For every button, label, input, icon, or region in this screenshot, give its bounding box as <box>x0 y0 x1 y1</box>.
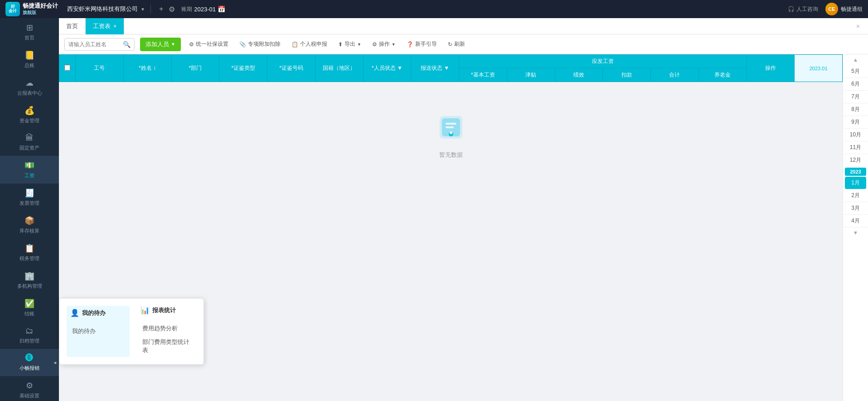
pension-header: 养老金 <box>698 68 747 82</box>
todo-section-icon: 👤 <box>70 309 79 317</box>
deduction-header: 扣款 <box>603 68 651 82</box>
tab-home[interactable]: 首页 <box>59 18 86 34</box>
salary-table: 工号 *姓名 ↕ *部门 *证鉴类型 *证鉴号码 国籍（地区） *人员状态 ▼ … <box>59 54 843 186</box>
sidebar-item-multi-org[interactable]: 🏢 多机构管理 <box>0 266 59 294</box>
empty-text: 暂无数据 <box>439 151 463 159</box>
add-person-button[interactable]: 添加人员 ▼ <box>140 38 181 51</box>
export-arrow-icon: ▼ <box>357 42 361 47</box>
date-scroll-down[interactable]: ▼ <box>843 227 868 238</box>
sidebar-item-fixed-assets[interactable]: 🏛 固定资产 <box>0 129 59 156</box>
sidebar-label-fund: 资金管理 <box>19 117 39 124</box>
date-item-8[interactable]: 8月 <box>843 103 868 116</box>
tab-salary-close[interactable]: × <box>113 23 116 29</box>
svg-rect-2 <box>446 123 456 125</box>
settlement-icon: ✅ <box>24 299 34 309</box>
top-right-area: 🎧 人工咨询 CE 畅捷通组 <box>788 3 863 15</box>
date-item-11[interactable]: 11月 <box>843 141 868 154</box>
export-action[interactable]: ⬆ 导出 ▼ <box>335 40 364 48</box>
xiaochang-icon: 🅖 <box>25 353 34 363</box>
id-header: 工号 <box>76 55 124 82</box>
social-insurance-icon: ⚙ <box>189 41 194 48</box>
date-scroll-up[interactable]: ▲ <box>843 54 868 65</box>
sidebar-item-salary[interactable]: 💵 工资 <box>0 156 59 184</box>
period-label: 账期 <box>181 5 192 13</box>
salary-group-header: 应发工资 <box>459 55 747 68</box>
operation-label: 操作 <box>379 40 390 48</box>
allowance-header: 津贴 <box>507 68 555 82</box>
special-deduction-action[interactable]: 📎 专项附加扣除 <box>237 40 283 48</box>
submenu-title-report: 📊 报表统计 <box>141 306 196 317</box>
add-btn-label: 添加人员 <box>145 40 169 48</box>
sidebar-item-cloud-report[interactable]: ☁ 云报表中心 <box>0 73 59 101</box>
submenu-item-dept-expense[interactable]: 部门费用类型统计表 <box>141 335 196 357</box>
sidebar-item-settlement[interactable]: ✅ 结账 <box>0 294 59 322</box>
operation-action[interactable]: ⚙ 操作 ▼ <box>369 40 398 48</box>
date-item-10[interactable]: 10月 <box>843 129 868 141</box>
logo-sub: 旗舰版 <box>23 10 58 16</box>
top-bar: 好会计 畅捷通好会计 旗舰版 西安虾米网络科技有限公司 ▼ + ⚙ 账期 202… <box>0 0 868 18</box>
sidebar-item-ledger[interactable]: 📒 总账 <box>0 46 59 73</box>
date-item-9[interactable]: 9月 <box>843 116 868 129</box>
date-item-7[interactable]: 7月 <box>843 91 868 103</box>
search-input[interactable] <box>68 41 123 48</box>
submenu-item-expense-trend[interactable]: 费用趋势分析 <box>141 322 196 335</box>
select-all-checkbox[interactable] <box>64 65 70 71</box>
company-selector[interactable]: 西安虾米网络科技有限公司 ▼ <box>67 5 145 13</box>
date-item-6[interactable]: 6月 <box>843 78 868 91</box>
sidebar-label-home: 首页 <box>24 34 34 41</box>
performance-header: 绩效 <box>555 68 603 82</box>
sidebar-item-fund[interactable]: 💰 资金管理 <box>0 101 59 129</box>
tab-salary-label: 工资表 <box>93 22 111 30</box>
company-dropdown-arrow: ▼ <box>141 7 145 12</box>
fixed-assets-icon: 🏛 <box>25 133 34 143</box>
personal-tax-action[interactable]: 📋 个人税申报 <box>289 40 330 48</box>
sidebar-label-archive: 归档管理 <box>19 338 39 344</box>
logo-icon: 好会计 <box>5 2 20 16</box>
id-num-header: *证鉴号码 <box>267 55 315 82</box>
checkbox-header[interactable] <box>59 55 76 82</box>
date-item-5[interactable]: 5月 <box>843 65 868 78</box>
sidebar-label-settlement: 结账 <box>24 310 34 317</box>
special-deduction-label: 专项附加扣除 <box>248 40 281 48</box>
sidebar-item-basic[interactable]: ⚙ 基础设置 <box>0 376 59 401</box>
search-icon: 🔍 <box>123 41 131 48</box>
user-area[interactable]: CE 畅捷通组 <box>825 3 863 15</box>
logo-title: 畅捷通好会计 <box>23 2 58 10</box>
export-label: 导出 <box>344 40 355 48</box>
submenu-title-report-label: 报表统计 <box>152 306 176 314</box>
sidebar-item-archive[interactable]: 🗂 归档管理 <box>0 322 59 349</box>
guide-action[interactable]: ❓ 新手引导 <box>404 40 440 48</box>
tab-salary[interactable]: 工资表 × <box>86 18 124 34</box>
sidebar-item-home[interactable]: ⊞ 首页 <box>0 18 59 46</box>
headset-icon: 🎧 <box>788 6 795 12</box>
refresh-action[interactable]: ↻ 刷新 <box>445 40 468 48</box>
close-all-button[interactable]: × <box>853 23 863 30</box>
sidebar-item-tax[interactable]: 📋 税务管理 <box>0 239 59 266</box>
sidebar-label-xiaochang: 小畅报销 <box>19 365 39 372</box>
calendar-icon[interactable]: 📅 <box>218 5 225 13</box>
ops-header: 操作 <box>747 55 795 82</box>
social-insurance-action[interactable]: ⚙ 统一社保设置 <box>186 40 231 48</box>
logo-text-area: 畅捷通好会计 旗舰版 <box>23 2 58 16</box>
date-item-1[interactable]: 1月 <box>845 177 866 189</box>
sidebar-label-salary: 工资 <box>24 172 34 179</box>
report-section-icon: 📊 <box>141 306 150 314</box>
top-divider-1 <box>150 5 151 14</box>
add-button[interactable]: + <box>159 5 163 13</box>
settings-button[interactable]: ⚙ <box>169 5 175 14</box>
date-item-3[interactable]: 3月 <box>843 202 868 215</box>
salary-icon: 💵 <box>24 160 34 170</box>
submenu-popup: 👤 我的待办 我的待办 📊 报表统计 费用趋势分析 部门费用类型统计表 <box>59 298 204 365</box>
status-header: *人员状态 ▼ <box>363 55 411 82</box>
submenu-item-my-todo[interactable]: 我的待办 <box>70 324 126 338</box>
date-item-4[interactable]: 4月 <box>843 215 868 227</box>
sidebar-label-basic: 基础设置 <box>19 392 39 399</box>
submenu-arrow-icon: ◀ <box>53 361 56 365</box>
service-label: 人工咨询 <box>796 5 818 13</box>
date-item-2[interactable]: 2月 <box>843 189 868 202</box>
date-item-12[interactable]: 12月 <box>843 154 868 167</box>
sidebar-item-xiaochang[interactable]: 🅖 小畅报销 ◀ <box>0 349 59 376</box>
sidebar-item-inventory[interactable]: 📦 库存核算 <box>0 211 59 239</box>
sidebar-item-invoice[interactable]: 🧾 发票管理 <box>0 184 59 211</box>
service-button[interactable]: 🎧 人工咨询 <box>788 5 818 13</box>
